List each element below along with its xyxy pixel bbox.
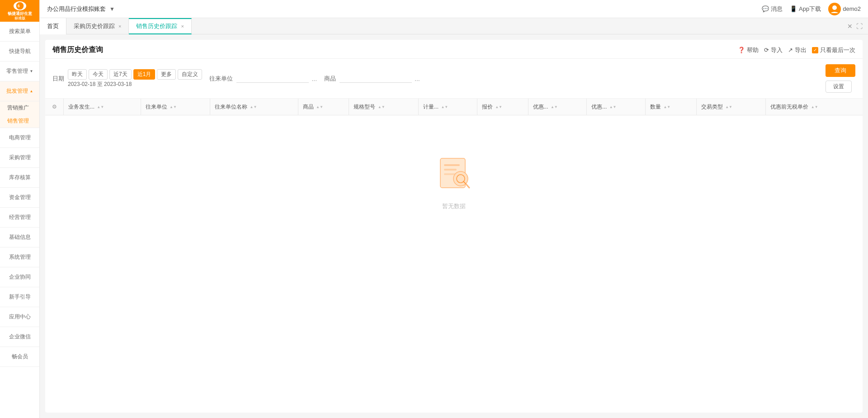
tab-home[interactable]: 首页 — [40, 18, 66, 34]
col-price-label: 报价 — [482, 104, 493, 110]
tab-purchase-history[interactable]: 采购历史价跟踪 × — [66, 18, 129, 34]
date-btn-more[interactable]: 更多 — [157, 69, 176, 80]
page-title: 销售历史价查询 — [52, 45, 103, 55]
svg-point-0 — [16, 2, 24, 10]
sidebar-item-retail-mgmt[interactable]: 零售管理 ▼ — [0, 62, 39, 81]
message-icon: 💬 — [762, 5, 769, 12]
partner-label: 往来单位 — [209, 75, 233, 83]
sidebar-item-label: 快捷导航 — [9, 48, 31, 55]
sidebar-sub-item-marketing[interactable]: 营销推广 — [0, 101, 39, 114]
partner-dots-button[interactable]: ... — [311, 75, 317, 82]
goods-filter-group: 商品 ... — [324, 74, 420, 83]
sidebar-item-operations[interactable]: 经营管理 — [0, 208, 39, 228]
only-last-label: 只看最后一次 — [820, 46, 855, 54]
help-icon: ❓ — [738, 47, 745, 53]
sidebar-sub-item-sales-mgmt[interactable]: 销售管理 — [0, 114, 39, 128]
empty-state: 暂无数据 — [45, 115, 863, 247]
username-label: demo2 — [843, 5, 861, 12]
date-btn-today[interactable]: 今天 — [89, 69, 108, 80]
date-btn-custom[interactable]: 自定义 — [178, 69, 202, 80]
import-button[interactable]: ⟳ 导入 — [764, 46, 783, 54]
gear-icon[interactable]: ⚙ — [50, 102, 59, 111]
page-container: 销售历史价查询 ❓ 帮助 ⟳ 导入 ↗ 导出 ✓ — [45, 40, 863, 413]
sidebar-item-shortcut[interactable]: 快捷导航 — [0, 42, 39, 62]
goods-label: 商品 — [324, 75, 336, 83]
tab-sales-history-close[interactable]: × — [181, 24, 184, 29]
sidebar-item-member[interactable]: 畅会员 — [0, 347, 39, 367]
sort-icon: ▲▼ — [378, 105, 385, 109]
sidebar-item-system[interactable]: 系统管理 — [0, 247, 39, 267]
sidebar-item-wholesale-mgmt[interactable]: 批发管理 ▲ — [0, 81, 39, 101]
partner-input-group: ... — [236, 74, 317, 83]
sort-icon: ▲▼ — [663, 105, 670, 109]
export-button[interactable]: ↗ 导出 — [788, 46, 807, 54]
table-col-quantity[interactable]: 数量 ▲▼ — [646, 99, 697, 115]
help-label: 帮助 — [747, 46, 759, 54]
filter-bar: 日期 昨天 今天 近7天 近1月 更多 自定义 2023-02-18 至 202… — [45, 59, 863, 99]
sidebar-item-new-guide[interactable]: 新手引导 — [0, 287, 39, 307]
table-col-partner-code[interactable]: 往来单位 ▲▼ — [141, 99, 210, 115]
tab-sales-history[interactable]: 销售历史价跟踪 × — [129, 18, 191, 34]
table-col-discount1[interactable]: 优惠... ▲▼ — [528, 99, 587, 115]
export-icon: ↗ — [788, 47, 793, 53]
sidebar-item-purchase-mgmt[interactable]: 采购管理 — [0, 148, 39, 168]
message-button[interactable]: 💬 消息 — [762, 5, 783, 13]
col-spec-label: 规格型号 — [354, 104, 375, 110]
sidebar-item-label: 资金管理 — [9, 194, 31, 201]
sidebar-item-label: 经营管理 — [9, 214, 31, 221]
tab-purchase-history-close[interactable]: × — [118, 24, 121, 29]
goods-dots-button[interactable]: ... — [415, 75, 420, 82]
sidebar-item-inventory[interactable]: 库存核算 — [0, 168, 39, 188]
empty-text: 暂无数据 — [442, 202, 466, 210]
table-col-business-date[interactable]: 业务发生... ▲▼ — [64, 99, 141, 115]
sidebar-item-basic-info[interactable]: 基础信息 — [0, 228, 39, 247]
partner-input[interactable] — [236, 74, 309, 83]
table-col-partner-name[interactable]: 往来单位名称 ▲▼ — [210, 99, 298, 115]
sidebar-item-ecommerce[interactable]: 电商管理 — [0, 128, 39, 148]
topbar-dropdown[interactable]: ▼ — [109, 6, 115, 12]
sidebar-item-app-center[interactable]: 应用中心 — [0, 307, 39, 327]
date-btn-1month[interactable]: 近1月 — [133, 69, 156, 80]
col-goods-label: 商品 — [303, 104, 314, 110]
table-col-unit[interactable]: 计量... ▲▼ — [419, 99, 477, 115]
col-trade-type-label: 交易类型 — [701, 104, 723, 110]
table-col-price[interactable]: 报价 ▲▼ — [477, 99, 528, 115]
help-button[interactable]: ❓ 帮助 — [738, 46, 759, 54]
table-col-spec[interactable]: 规格型号 ▲▼ — [349, 99, 419, 115]
col-pretax-price-label: 优惠前无税单价 — [770, 104, 808, 110]
goods-input[interactable] — [340, 74, 412, 83]
tabbar: 首页 采购历史价跟踪 × 销售历史价跟踪 × ✕ ⛶ — [40, 18, 868, 34]
sort-icon: ▲▼ — [441, 105, 448, 109]
date-btn-yesterday[interactable]: 昨天 — [68, 69, 87, 80]
table-col-goods[interactable]: 商品 ▲▼ — [298, 99, 349, 115]
close-all-icon[interactable]: ✕ — [847, 23, 853, 30]
fullscreen-icon[interactable]: ⛶ — [856, 23, 863, 30]
logo-icon: 6 — [14, 1, 26, 10]
tab-purchase-history-label: 采购历史价跟踪 — [74, 22, 115, 30]
date-label: 日期 — [52, 75, 64, 83]
sort-icon: ▲▼ — [250, 105, 257, 109]
sidebar-item-label: 企业微信 — [9, 333, 31, 341]
table-header: ⚙ 业务发生... ▲▼ 往来单位 ▲▼ 往来单位名称 — [45, 99, 863, 115]
app-download-button[interactable]: 📱 App下载 — [790, 5, 821, 13]
table-col-pretax-price[interactable]: 优惠前无税单价 ▲▼ — [766, 99, 863, 115]
chevron-down-icon: ▼ — [109, 6, 115, 12]
setting-button[interactable]: 设置 — [826, 81, 852, 93]
topbar: 办公用品行业模拟账套 ▼ 💬 消息 📱 App下载 demo2 — [40, 0, 868, 18]
col-partner-code-label: 往来单位 — [146, 104, 167, 110]
chevron-down-icon: ▼ — [30, 69, 33, 73]
date-filter-group: 日期 昨天 今天 近7天 近1月 更多 自定义 2023-02-18 至 202… — [52, 69, 202, 88]
table-col-discount2[interactable]: 优惠... ▲▼ — [587, 99, 646, 115]
sidebar-item-finance[interactable]: 资金管理 — [0, 188, 39, 208]
date-btn-7days[interactable]: 近7天 — [109, 69, 132, 80]
message-label: 消息 — [771, 5, 783, 13]
query-button[interactable]: 查询 — [826, 64, 855, 77]
sidebar-item-enterprise[interactable]: 企业协同 — [0, 267, 39, 287]
tab-sales-history-label: 销售历史价跟踪 — [136, 22, 177, 30]
only-last-checkbox[interactable]: ✓ 只看最后一次 — [812, 46, 855, 54]
sidebar-item-wechat[interactable]: 企业微信 — [0, 327, 39, 347]
sidebar-item-search-menu[interactable]: 搜索菜单 — [0, 22, 39, 42]
svg-rect-4 — [444, 164, 460, 166]
table-col-trade-type[interactable]: 交易类型 ▲▼ — [696, 99, 766, 115]
user-menu[interactable]: demo2 — [828, 3, 861, 15]
